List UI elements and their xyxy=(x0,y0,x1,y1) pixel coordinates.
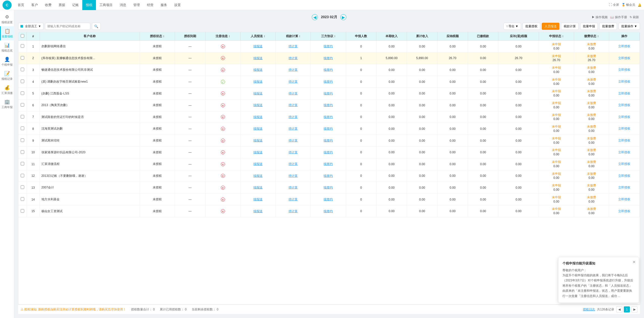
op-auth-link[interactable]: 立即授权 xyxy=(618,186,630,189)
nav-invoice[interactable]: 票据 xyxy=(55,0,69,10)
row-checkbox[interactable] xyxy=(21,44,24,48)
triparty-link[interactable]: 续签约 xyxy=(324,151,333,154)
staff-report-link[interactable]: 续报送 xyxy=(253,44,263,48)
row-checkbox[interactable] xyxy=(21,209,24,213)
tax-calc-link[interactable]: 待计算 xyxy=(289,103,298,107)
sidebar-item-annual-report[interactable]: 🏢 工商年报 xyxy=(0,97,14,111)
sidebar-item-personal-tax[interactable]: 👤 个税申报 xyxy=(0,55,14,69)
nav-tax[interactable]: 报税 xyxy=(82,0,96,10)
staff-report-link[interactable]: 续报送 xyxy=(253,80,263,83)
search-input[interactable] xyxy=(45,23,90,30)
triparty-link[interactable]: 续签约 xyxy=(324,174,333,178)
staff-report-link[interactable]: 续报送 xyxy=(253,186,263,189)
op-auth-link[interactable]: 立即授权 xyxy=(618,80,630,83)
row-checkbox[interactable] xyxy=(21,127,24,130)
auth-log-link[interactable]: 授权日志 xyxy=(583,307,595,312)
op-manual-link[interactable]: 📖 操作手册 xyxy=(610,15,627,19)
next-month-btn[interactable]: ▶ xyxy=(340,14,346,20)
op-auth-link[interactable]: 立即授权 xyxy=(618,92,630,95)
prev-month-btn[interactable]: ◀ xyxy=(312,14,318,20)
staff-report-link[interactable]: 续报送 xyxy=(253,115,263,119)
op-auth-link[interactable]: 立即授权 xyxy=(618,115,630,119)
op-auth-link[interactable]: 立即授权 xyxy=(618,174,630,178)
th-auth-expire[interactable]: 授权到期 xyxy=(175,32,205,41)
tax-calc-link[interactable]: 待计算 xyxy=(289,44,298,48)
batch-declare-button[interactable]: 批量申报 xyxy=(580,23,598,30)
triparty-link[interactable]: 续签约 xyxy=(324,103,333,107)
staff-report-link[interactable]: 续报送 xyxy=(253,139,263,142)
tax-calc-link[interactable]: 待计算 xyxy=(289,186,298,189)
staff-report-link[interactable]: 续报送 xyxy=(253,127,263,130)
op-auth-link[interactable]: 立即授权 xyxy=(618,44,630,48)
triparty-link[interactable]: 续签约 xyxy=(324,139,333,142)
next-page-btn[interactable]: ▶ xyxy=(631,306,637,312)
th-tax-calc[interactable]: 税款计算 ↕ xyxy=(276,32,311,41)
notification-close-btn[interactable]: ✕ xyxy=(632,260,636,264)
member-btn[interactable]: 🏅 畅会员 xyxy=(622,3,635,7)
nav-message[interactable]: 消息 xyxy=(116,0,130,10)
row-checkbox[interactable] xyxy=(21,185,24,189)
th-auth-status[interactable]: 授权状态 ↕ xyxy=(140,32,175,41)
nav-customer[interactable]: 客户 xyxy=(28,0,41,10)
op-auth-link[interactable]: 立即授权 xyxy=(618,127,630,130)
sidebar-item-tax-records[interactable]: 📝 报税记录 xyxy=(0,69,14,83)
row-checkbox[interactable] xyxy=(21,174,24,177)
page-1-btn[interactable]: 1 xyxy=(624,306,630,312)
th-declare-status[interactable]: 申报状态 ↕ xyxy=(539,32,574,41)
triparty-link[interactable]: 续签约 xyxy=(324,92,333,95)
op-video-link[interactable]: ▶ 操作视频 xyxy=(592,15,608,19)
op-auth-link[interactable]: 立即授权 xyxy=(618,162,630,166)
tax-calc-link[interactable]: 待计算 xyxy=(289,174,298,178)
row-checkbox[interactable] xyxy=(21,162,24,165)
tax-calc-button[interactable]: 税款计算 xyxy=(561,23,579,30)
sidebar-item-tax-settings[interactable]: ⚙ 报税设置 xyxy=(0,12,14,26)
nav-fee[interactable]: 收费 xyxy=(41,0,55,10)
nav-service[interactable]: 服务 xyxy=(157,0,171,10)
triparty-link[interactable]: 续签约 xyxy=(324,44,333,48)
staff-report-button[interactable]: 人员报送 xyxy=(542,23,559,30)
export-button[interactable]: ↑ 导出 ▼ xyxy=(503,23,521,30)
op-auth-link[interactable]: 立即授权 xyxy=(618,56,630,60)
nav-settings[interactable]: 设置 xyxy=(171,0,184,10)
nav-commerce[interactable]: 工商项目 xyxy=(96,0,116,10)
prev-page-btn[interactable]: ◀ xyxy=(616,306,622,312)
row-checkbox[interactable] xyxy=(21,103,24,107)
tax-calc-link[interactable]: 待计算 xyxy=(289,139,298,142)
staff-report-link[interactable]: 续报送 xyxy=(253,68,263,71)
tax-calc-link[interactable]: 待计算 xyxy=(289,127,298,130)
row-checkbox[interactable] xyxy=(21,138,24,142)
staff-report-link[interactable]: 续报送 xyxy=(253,56,263,60)
staff-report-link[interactable]: 续报送 xyxy=(253,103,263,107)
refresh-btn[interactable]: ↻ 刷新 xyxy=(630,15,639,19)
fullscreen-btn[interactable]: ⛶ 全屏 xyxy=(609,3,619,7)
th-reg-info[interactable]: 注册信息 ↕ xyxy=(205,32,240,41)
tax-calc-link[interactable]: 待计算 xyxy=(289,209,298,213)
staff-report-link[interactable]: 续报送 xyxy=(253,162,263,166)
triparty-link[interactable]: 续签约 xyxy=(324,80,333,83)
op-auth-link[interactable]: 立即授权 xyxy=(618,139,630,142)
op-auth-link[interactable]: 立即授权 xyxy=(618,103,630,107)
sidebar-item-tax-overview[interactable]: 📊 报税总览 xyxy=(0,40,14,55)
staff-report-link[interactable]: 续报送 xyxy=(253,209,263,213)
th-staff-report[interactable]: 人员报送 ↕ xyxy=(240,32,275,41)
batch-pay-button[interactable]: 批量缴费 xyxy=(599,23,617,30)
row-checkbox[interactable] xyxy=(21,197,24,201)
tax-calc-link[interactable]: 待计算 xyxy=(289,151,298,154)
tax-calc-link[interactable]: 待计算 xyxy=(289,68,298,71)
tax-calc-link[interactable]: 待计算 xyxy=(289,56,298,60)
op-auth-link[interactable]: 立即授权 xyxy=(618,198,630,201)
op-auth-link[interactable]: 立即授权 xyxy=(618,68,630,71)
triparty-link[interactable]: 续签约 xyxy=(324,68,333,71)
batch-auth-button[interactable]: 批量授权 xyxy=(523,23,540,30)
nav-bookkeeping[interactable]: 记账 xyxy=(69,0,82,10)
row-checkbox[interactable] xyxy=(21,80,24,83)
triparty-link[interactable]: 续签约 xyxy=(324,115,333,119)
row-checkbox[interactable] xyxy=(21,91,24,95)
row-checkbox[interactable] xyxy=(21,150,24,154)
row-checkbox[interactable] xyxy=(21,115,24,118)
staff-report-link[interactable]: 续报送 xyxy=(253,151,263,154)
triparty-link[interactable]: 续签约 xyxy=(324,209,333,213)
triparty-link[interactable]: 续签约 xyxy=(324,198,333,201)
th-pay-status[interactable]: 缴费状态 ↕ xyxy=(574,32,609,41)
staff-report-link[interactable]: 续报送 xyxy=(253,92,263,95)
